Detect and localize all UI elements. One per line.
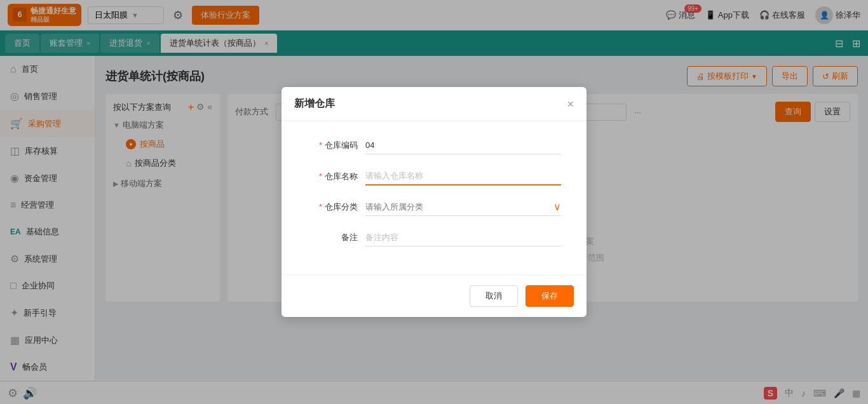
notes-label: 备注 [307, 232, 358, 243]
code-label: 仓库编码 [307, 140, 358, 151]
save-button[interactable]: 保存 [526, 285, 574, 307]
modal-overlay: 新增仓库 × 仓库编码 仓库名称 仓库分类 ∨ [0, 0, 868, 381]
name-input[interactable] [365, 167, 561, 185]
category-select-wrapper: ∨ [365, 198, 561, 216]
cancel-button[interactable]: 取消 [470, 285, 518, 307]
notes-input[interactable] [365, 229, 561, 246]
name-label: 仓库名称 [307, 171, 358, 182]
form-row-notes: 备注 [307, 229, 561, 246]
form-row-code: 仓库编码 [307, 137, 561, 154]
modal-close-icon[interactable]: × [567, 98, 574, 110]
category-input[interactable] [365, 198, 553, 215]
modal-body: 仓库编码 仓库名称 仓库分类 ∨ 备注 [281, 121, 587, 274]
add-warehouse-modal: 新增仓库 × 仓库编码 仓库名称 仓库分类 ∨ [281, 87, 587, 317]
category-dropdown-icon[interactable]: ∨ [553, 201, 561, 213]
modal-header: 新增仓库 × [281, 87, 587, 121]
form-row-name: 仓库名称 [307, 167, 561, 185]
modal-footer: 取消 保存 [281, 274, 587, 317]
modal-title: 新增仓库 [294, 97, 335, 111]
category-label: 仓库分类 [307, 201, 358, 213]
form-row-category: 仓库分类 ∨ [307, 198, 561, 216]
code-input[interactable] [365, 137, 561, 154]
